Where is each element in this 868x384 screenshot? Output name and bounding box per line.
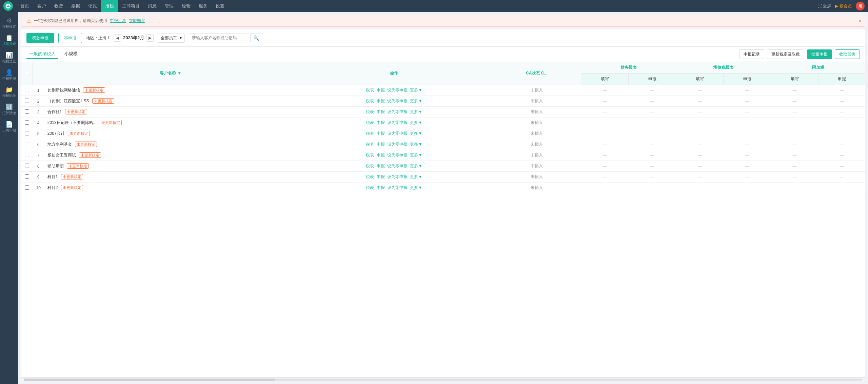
header-vat-fill: 填写 (676, 73, 724, 85)
nav-invoice[interactable]: 票据 (67, 0, 84, 12)
nav-tax[interactable]: 报税 (101, 0, 118, 12)
action-more[interactable]: 更多▼ (410, 185, 422, 190)
nav-biz[interactable]: 工商项目 (118, 0, 144, 12)
action-more[interactable]: 更多▼ (410, 131, 422, 136)
main-table: 客户名称 ▾ 操作 CA状态 C... 财务报表 增值税报表 附加税 填写 申报 (21, 62, 865, 193)
banner-link1[interactable]: 申报汇总 (110, 18, 126, 24)
declare-records-button[interactable]: 申报记录 (739, 49, 764, 59)
action-declare[interactable]: 申报 (377, 185, 385, 190)
action-tax-table[interactable]: 税表 (366, 174, 374, 179)
action-tax-table[interactable]: 税表 (366, 185, 374, 190)
top-nav-items: 首页 客户 收费 票据 记账 报税 工商项目 消息 管理 经营 服务 设置 (16, 0, 817, 12)
row-checkbox[interactable] (25, 142, 29, 146)
action-tax-table[interactable]: 税表 (366, 164, 374, 168)
action-zero-declare[interactable]: 设为零申报 (387, 142, 408, 147)
action-tax-table[interactable]: 税表 (366, 131, 374, 136)
action-declare[interactable]: 申报 (377, 131, 385, 136)
action-declare[interactable]: 申报 (377, 120, 385, 125)
info-icon[interactable]: ℹ (108, 36, 110, 40)
sidebar-item-tax-records[interactable]: 📁 报税记录 (1, 84, 18, 101)
action-more[interactable]: 更多▼ (410, 88, 422, 92)
action-declare[interactable]: 申报 (377, 88, 385, 92)
nav-message[interactable]: 消息 (144, 0, 161, 12)
action-declare[interactable]: 申报 (377, 109, 385, 114)
nav-ledger[interactable]: 记账 (84, 0, 101, 12)
row-checkbox[interactable] (25, 153, 29, 157)
action-zero-declare[interactable]: 设为零申报 (387, 185, 408, 190)
member-button[interactable]: ▶ 畅会员 (835, 3, 852, 9)
action-declare[interactable]: 申报 (377, 99, 385, 103)
action-declare[interactable]: 申报 (377, 164, 385, 168)
action-more[interactable]: 更多▼ (410, 99, 422, 103)
collect-receipt-button[interactable]: 收取回执 (835, 49, 860, 59)
prev-month-button[interactable]: ◀ (114, 34, 121, 42)
action-more[interactable]: 更多▼ (410, 109, 422, 114)
action-more[interactable]: 更多▼ (410, 164, 422, 168)
action-zero-declare[interactable]: 设为零申报 (387, 109, 408, 114)
action-tax-table[interactable]: 税表 (366, 142, 374, 147)
tab-tax-declare[interactable]: 税款申报 (26, 33, 54, 43)
banner-close-button[interactable]: × (859, 18, 862, 24)
dash: — (745, 153, 749, 158)
nav-fee[interactable]: 收费 (50, 0, 67, 12)
nav-service[interactable]: 服务 (195, 0, 212, 12)
action-zero-declare[interactable]: 设为零申报 (387, 131, 408, 136)
sidebar-item-batch-tax[interactable]: 📋 批量报税 (1, 32, 18, 49)
update-data-button[interactable]: 更新税定及取数 (767, 49, 804, 59)
dash: — (698, 121, 702, 125)
sidebar-item-personal-tax[interactable]: 👤 个税申报 (1, 67, 18, 83)
nav-manage[interactable]: 管理 (161, 0, 178, 12)
row-add-fill: — (771, 96, 818, 107)
row-num: 1 (33, 85, 44, 96)
row-checkbox[interactable] (25, 185, 29, 190)
action-tax-table[interactable]: 税表 (366, 153, 374, 157)
row-checkbox[interactable] (25, 109, 29, 114)
action-tax-table[interactable]: 税表 (366, 109, 374, 114)
nav-client[interactable]: 客户 (33, 0, 50, 12)
sort-icon[interactable]: ▾ (178, 71, 180, 76)
nav-settings[interactable]: 设置 (212, 0, 229, 12)
row-checkbox[interactable] (25, 88, 29, 92)
action-more[interactable]: 更多▼ (410, 120, 422, 125)
action-zero-declare[interactable]: 设为零申报 (387, 120, 408, 125)
row-checkbox[interactable] (25, 120, 29, 125)
sidebar-item-calc-clear[interactable]: 🔢 汇算清缴 (1, 101, 18, 118)
sidebar-item-biz-annual[interactable]: 📄 工商年报 (1, 119, 18, 135)
select-all-checkbox[interactable] (25, 71, 29, 75)
action-tax-table[interactable]: 税表 (366, 99, 374, 103)
staff-select[interactable]: 全部员工 ▾ (158, 34, 185, 43)
nav-home[interactable]: 首页 (16, 0, 33, 12)
action-declare[interactable]: 申报 (377, 174, 385, 179)
sidebar-item-tax-overview[interactable]: 📊 报税总览 (1, 49, 18, 66)
action-zero-declare[interactable]: 设为零申报 (387, 174, 408, 179)
user-avatar[interactable]: 用 (856, 2, 865, 10)
tab-small-scale[interactable]: 小规模 (62, 49, 80, 59)
row-checkbox[interactable] (25, 99, 29, 103)
search-input[interactable] (189, 34, 250, 42)
action-more[interactable]: 更多▼ (410, 142, 422, 147)
row-checkbox[interactable] (25, 174, 29, 179)
action-declare[interactable]: 申报 (377, 142, 385, 147)
action-tax-table[interactable]: 税表 (366, 88, 374, 92)
action-zero-declare[interactable]: 设为零申报 (387, 99, 408, 103)
fullscreen-button[interactable]: ⛶ 全屏 (817, 3, 831, 9)
tab-general-taxpayer[interactable]: 一般的纳税人 (26, 49, 58, 59)
batch-declare-button[interactable]: 批量申报 (807, 49, 832, 59)
action-zero-declare[interactable]: 设为零申报 (387, 164, 408, 168)
nav-business[interactable]: 经营 (178, 0, 195, 12)
action-zero-declare[interactable]: 设为零申报 (387, 88, 408, 92)
search-button[interactable]: 🔍 (250, 34, 262, 42)
sidebar-item-tax-settings[interactable]: ⚙ 报税设置 (1, 15, 18, 31)
action-more[interactable]: 更多▼ (410, 153, 422, 157)
tab-zero-declare[interactable]: 零申报 (58, 33, 82, 43)
row-checkbox[interactable] (25, 131, 29, 135)
next-month-button[interactable]: ▶ (146, 34, 154, 42)
action-declare[interactable]: 申报 (377, 153, 385, 157)
sidebar-item-label: 批量报税 (2, 42, 16, 46)
action-more[interactable]: 更多▼ (410, 174, 422, 179)
row-checkbox[interactable] (25, 164, 29, 168)
action-tax-table[interactable]: 税表 (366, 120, 374, 125)
action-zero-declare[interactable]: 设为零申报 (387, 153, 408, 157)
bottom-scrollbar[interactable] (21, 377, 865, 381)
banner-link2[interactable]: 立即购买 (129, 18, 145, 24)
